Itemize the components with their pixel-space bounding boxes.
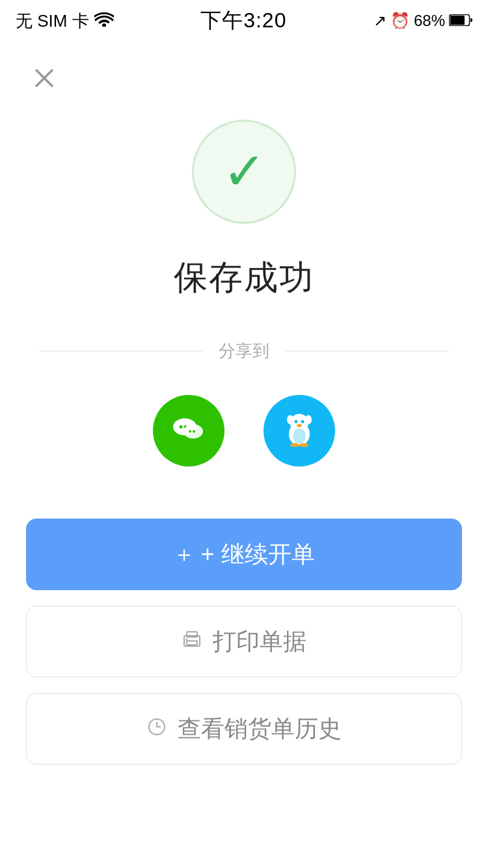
- svg-rect-22: [187, 641, 197, 645]
- print-label: 打印单据: [213, 626, 306, 658]
- history-label: 查看销货单历史: [178, 713, 342, 745]
- svg-rect-1: [450, 16, 465, 25]
- history-icon: [146, 716, 167, 742]
- main-content: ✓ 保存成功 分享到: [0, 42, 488, 868]
- svg-point-16: [287, 415, 293, 424]
- battery-icon: [449, 12, 472, 30]
- printer-icon: [182, 629, 202, 655]
- sim-label: 无 SIM 卡: [16, 10, 89, 33]
- qq-share-button[interactable]: [264, 395, 335, 467]
- plus-icon: ＋: [173, 539, 195, 569]
- share-icons: [153, 395, 335, 467]
- svg-point-13: [301, 420, 305, 424]
- share-divider: 分享到: [0, 340, 488, 362]
- wifi-icon: [94, 11, 114, 31]
- svg-point-8: [189, 430, 191, 433]
- battery-percent: 68%: [414, 12, 445, 30]
- success-title: 保存成功: [174, 255, 314, 301]
- svg-point-14: [297, 424, 302, 427]
- share-label: 分享到: [219, 340, 269, 362]
- svg-point-9: [193, 430, 195, 433]
- alarm-icon: ⏰: [390, 12, 410, 30]
- wechat-share-button[interactable]: [153, 395, 224, 467]
- close-button[interactable]: [29, 62, 60, 94]
- location-icon: ↗: [373, 12, 386, 30]
- qq-icon: [280, 411, 319, 450]
- history-button[interactable]: 查看销货单历史: [26, 693, 462, 765]
- svg-point-23: [186, 638, 188, 640]
- svg-point-17: [305, 415, 312, 424]
- success-area: ✓ 保存成功: [174, 120, 314, 301]
- status-right: ↗ ⏰ 68%: [373, 12, 472, 30]
- svg-point-12: [295, 420, 298, 424]
- svg-point-15: [293, 428, 306, 444]
- success-circle: ✓: [192, 120, 296, 224]
- action-buttons: ＋ + 继续开单 打印单据 查看销货单历: [0, 519, 488, 765]
- divider-right: [285, 351, 449, 351]
- svg-point-5: [180, 426, 183, 429]
- wechat-icon: [168, 410, 210, 452]
- divider-left: [39, 351, 203, 351]
- status-left: 无 SIM 卡: [16, 10, 114, 33]
- status-bar: 无 SIM 卡 下午3:20 ↗ ⏰ 68%: [0, 0, 488, 42]
- svg-point-19: [299, 443, 308, 447]
- svg-point-18: [290, 443, 299, 447]
- checkmark-icon: ✓: [223, 146, 266, 198]
- continue-label: + 继续开单: [195, 539, 314, 571]
- status-time: 下午3:20: [200, 7, 286, 35]
- continue-button[interactable]: ＋ + 继续开单: [26, 519, 462, 590]
- share-section: 分享到: [0, 340, 488, 467]
- close-icon: [33, 66, 56, 90]
- print-button[interactable]: 打印单据: [26, 606, 462, 677]
